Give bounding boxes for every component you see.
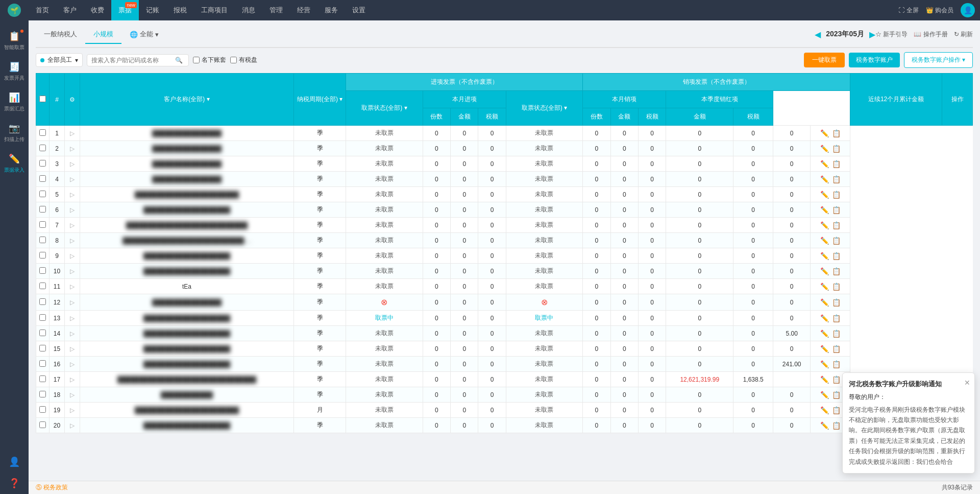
select-all-checkbox[interactable] [39,96,46,102]
row-edit-icon[interactable]: ✏️ [820,221,829,229]
period-prev-btn[interactable]: ◀ [815,30,821,39]
row-checkbox[interactable] [39,160,46,167]
row-edit-icon[interactable]: ✏️ [820,298,829,307]
row-checkbox[interactable] [39,129,46,136]
row-edit-icon[interactable]: ✏️ [820,314,829,322]
user-avatar[interactable]: 👤 [961,3,975,17]
nav-operation[interactable]: 经营 [290,0,317,20]
row-checkbox[interactable] [39,421,46,428]
row-checkbox[interactable] [39,406,46,413]
checkbox-tax-label[interactable]: 有税盘 [230,56,257,64]
row-checkbox[interactable] [39,314,46,321]
search-icon[interactable]: 🔍 [175,57,183,64]
nav-service[interactable]: 服务 [317,0,345,20]
row-edit-icon[interactable]: ✏️ [820,345,829,353]
row-checkbox[interactable] [39,330,46,336]
row-copy-icon[interactable]: 📋 [832,252,841,260]
row-edit-icon[interactable]: ✏️ [820,267,829,275]
row-edit-icon[interactable]: ✏️ [820,283,829,291]
digital-account-btn[interactable]: 税务数字账户 [849,53,900,67]
row-checkbox[interactable] [39,221,46,228]
nav-home[interactable]: 首页 [29,0,56,20]
row-copy-icon[interactable]: 📋 [832,145,841,153]
row-edit-icon[interactable]: ✏️ [820,145,829,153]
employee-select[interactable]: 全部员工 ▾ [36,53,83,67]
row-edit-icon[interactable]: ✏️ [820,160,829,168]
sidebar-item-open-invoice[interactable]: 🧾 发票开具 [0,56,29,87]
one-click-fetch-btn[interactable]: 一键取票 [804,53,845,67]
nav-tax[interactable]: 报税 [166,0,194,20]
row-copy-icon[interactable]: 📋 [832,129,841,137]
checkbox-account[interactable] [193,57,200,63]
row-copy-icon[interactable]: 📋 [832,175,841,183]
nav-business[interactable]: 工商项目 [194,0,235,20]
row-copy-icon[interactable]: 📋 [832,421,841,430]
member-btn[interactable]: 👑 购会员 [926,6,953,15]
row-edit-icon[interactable]: ✏️ [820,129,829,137]
sidebar-item-user[interactable]: 👤 [0,451,29,473]
row-edit-icon[interactable]: ✏️ [820,360,829,368]
row-copy-icon[interactable]: 📋 [832,360,841,368]
row-checkbox[interactable] [39,206,46,213]
nav-client[interactable]: 客户 [56,0,84,20]
fullscreen-btn[interactable]: ⛶ 全屏 [898,6,918,15]
sidebar-item-scan-upload[interactable]: 📷 扫描上传 [0,117,29,148]
row-copy-icon[interactable]: 📋 [832,345,841,353]
row-checkbox[interactable] [39,283,46,289]
row-copy-icon[interactable]: 📋 [832,206,841,214]
row-checkbox[interactable] [39,345,46,351]
nav-settings[interactable]: 设置 [345,0,373,20]
row-edit-icon[interactable]: ✏️ [820,206,829,214]
tab-all[interactable]: 🌐 全能 ▾ [121,26,167,43]
manual-link[interactable]: 📖 操作手册 [914,30,947,39]
sidebar-item-help[interactable]: ❓ [0,473,29,494]
tab-small-scale[interactable]: 小规模 [85,26,121,44]
nav-invoice[interactable]: 票据 new [111,0,139,20]
checkbox-account-label[interactable]: 名下账套 [193,56,226,64]
digital-account-op-btn[interactable]: 税务数字账户操作 ▾ [904,52,973,68]
row-copy-icon[interactable]: 📋 [832,221,841,229]
row-edit-icon[interactable]: ✏️ [820,330,829,338]
row-copy-icon[interactable]: 📋 [832,298,841,307]
row-copy-icon[interactable]: 📋 [832,267,841,275]
tax-policy-link[interactable]: ⑤ 税务政策 [36,483,68,492]
row-copy-icon[interactable]: 📋 [832,330,841,338]
row-edit-icon[interactable]: ✏️ [820,421,829,430]
sidebar-item-invoice-entry[interactable]: ✏️ 票据录入 [0,148,29,179]
sidebar-item-invoice-summary[interactable]: 📊 票据汇总 [0,87,29,117]
nav-message[interactable]: 消息 [235,0,262,20]
row-copy-icon[interactable]: 📋 [832,283,841,291]
row-checkbox[interactable] [39,375,46,382]
row-checkbox[interactable] [39,191,46,197]
nav-bookkeeping[interactable]: 记账 [139,0,166,20]
row-checkbox[interactable] [39,391,46,397]
row-copy-icon[interactable]: 📋 [832,406,841,414]
nav-manage[interactable]: 管理 [262,0,290,20]
sidebar-item-smart-ticket[interactable]: 📋 智能取票 [0,26,29,56]
new-guide-link[interactable]: ☆ 新手引导 [875,30,908,39]
row-copy-icon[interactable]: 📋 [832,391,841,399]
refresh-link[interactable]: ↻ 刷新 [954,30,973,39]
row-copy-icon[interactable]: 📋 [832,191,841,199]
notification-close-btn[interactable]: ✕ [964,377,970,388]
row-copy-icon[interactable]: 📋 [832,314,841,322]
row-checkbox[interactable] [39,237,46,243]
row-edit-icon[interactable]: ✏️ [820,252,829,260]
row-checkbox[interactable] [39,252,46,258]
row-copy-icon[interactable]: 📋 [832,237,841,245]
row-checkbox[interactable] [39,145,46,151]
row-edit-icon[interactable]: ✏️ [820,391,829,399]
row-checkbox[interactable] [39,267,46,274]
row-edit-icon[interactable]: ✏️ [820,191,829,199]
row-checkbox[interactable] [39,298,46,305]
row-edit-icon[interactable]: ✏️ [820,375,829,384]
row-edit-icon[interactable]: ✏️ [820,175,829,183]
checkbox-tax[interactable] [230,57,237,63]
search-input[interactable] [91,57,173,64]
row-checkbox[interactable] [39,175,46,182]
row-copy-icon[interactable]: 📋 [832,375,841,384]
tab-general-taxpayer[interactable]: 一般纳税人 [36,26,85,44]
nav-fee[interactable]: 收费 [84,0,111,20]
period-next-btn[interactable]: ▶ [869,30,875,39]
row-checkbox[interactable] [39,360,46,367]
